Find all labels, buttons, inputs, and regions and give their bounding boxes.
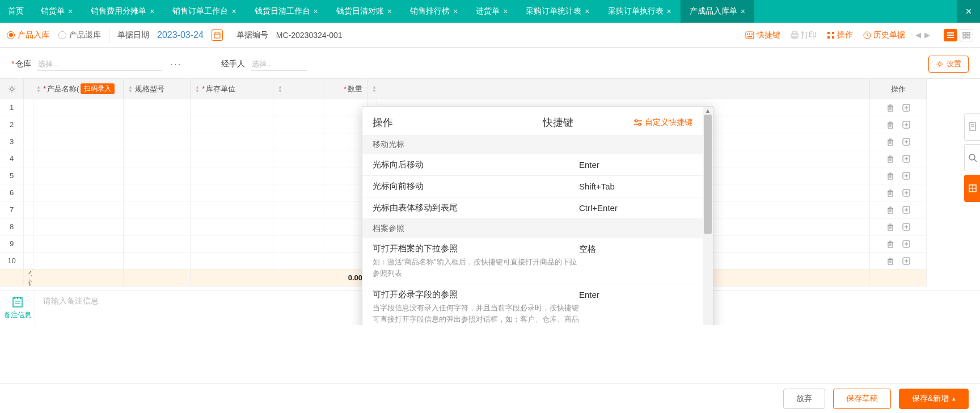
popup-shortcut-row: 光标由表体移动到表尾Ctrl+Enter <box>362 197 703 219</box>
add-row-icon[interactable] <box>902 206 910 214</box>
float-tab-3[interactable] <box>964 175 980 202</box>
handler-label: 经手人 <box>221 59 245 69</box>
col-qty[interactable]: *数量 <box>323 79 368 99</box>
radio-product-in[interactable]: 产品入库 <box>7 30 49 40</box>
row-actions <box>870 99 927 116</box>
tab-2[interactable]: 销售订单工作台× <box>163 0 245 23</box>
row-actions <box>870 150 927 167</box>
close-icon[interactable]: × <box>314 7 318 16</box>
history-icon <box>863 31 871 39</box>
close-icon[interactable]: × <box>231 7 236 16</box>
record-nav: ◀ ▶ <box>915 31 930 39</box>
tab-9[interactable]: 产成品入库单× <box>681 0 754 23</box>
tabbar-close-all[interactable]: × <box>957 0 980 23</box>
shortcut-button[interactable]: 快捷键 <box>745 30 780 40</box>
row-actions <box>870 201 927 218</box>
popup-op-header: 操作 <box>373 116 543 129</box>
tab-8[interactable]: 采购订单执行表× <box>599 0 681 23</box>
add-row-icon[interactable] <box>902 257 910 265</box>
trash-icon[interactable] <box>886 189 894 197</box>
tab-0[interactable]: 销货单× <box>32 0 82 23</box>
popup-shortcut-row: 光标向后移动Enter <box>362 154 703 176</box>
add-row-icon[interactable] <box>902 138 910 146</box>
tab-3[interactable]: 钱货日清工作台× <box>246 0 327 23</box>
svg-point-25 <box>10 87 13 90</box>
add-row-icon[interactable] <box>902 121 910 129</box>
col-product-name[interactable]: ▲▼*产品名称(扫码录入 <box>32 79 124 99</box>
add-row-icon[interactable] <box>902 104 910 112</box>
svg-rect-98 <box>888 259 893 264</box>
view-grid-button[interactable] <box>960 29 973 41</box>
close-icon[interactable]: × <box>150 7 154 16</box>
calendar-icon[interactable] <box>212 30 223 41</box>
row-number: 4 <box>0 150 24 167</box>
close-icon[interactable]: × <box>453 7 458 16</box>
customize-shortcut-button[interactable]: 自定义快捷键 <box>633 117 692 128</box>
tab-home[interactable]: 首页 <box>0 0 32 23</box>
tab-4[interactable]: 钱货日清对账× <box>327 0 401 23</box>
print-button[interactable]: 打印 <box>791 30 817 40</box>
radio-product-out[interactable]: 产品退库 <box>58 30 101 40</box>
bill-date-value[interactable]: 2023-03-24 <box>157 30 204 40</box>
popup-key-label: Enter <box>579 159 692 170</box>
close-icon[interactable]: × <box>503 7 508 16</box>
col-spec[interactable]: ▲▼规格型号 <box>124 79 191 99</box>
svg-rect-50 <box>888 157 893 162</box>
close-icon[interactable]: × <box>585 7 589 16</box>
close-icon[interactable]: × <box>68 7 73 16</box>
tab-1[interactable]: 销售费用分摊单× <box>82 0 163 23</box>
row-actions <box>870 235 927 252</box>
svg-rect-4 <box>746 32 754 39</box>
svg-point-109 <box>639 123 641 125</box>
add-row-icon[interactable] <box>902 240 910 248</box>
column-config-button[interactable] <box>0 79 24 99</box>
trash-icon[interactable] <box>886 257 894 265</box>
prev-record-icon[interactable]: ◀ <box>915 31 921 39</box>
shortcut-popup: 操作 快捷键 自定义快捷键 移动光标光标向后移动Enter光标向前移动Shift… <box>362 106 713 325</box>
next-record-icon[interactable]: ▶ <box>924 31 930 39</box>
settings-button[interactable]: 设置 <box>928 56 969 73</box>
svg-point-24 <box>939 63 941 66</box>
trash-icon[interactable] <box>886 104 894 112</box>
add-row-icon[interactable] <box>902 155 910 163</box>
warehouse-more-icon[interactable]: ··· <box>170 58 181 70</box>
row-actions <box>870 133 927 150</box>
col-blank1[interactable]: ▲▼ <box>273 79 323 99</box>
float-tab-2[interactable] <box>964 144 980 171</box>
history-button[interactable]: 历史单据 <box>863 30 905 40</box>
popup-shortcut-row: 可打开必录字段的参照当字段信息没有录入任何字符，并且当前字段必录时，按快捷键可直… <box>362 284 703 325</box>
popup-scrollbar[interactable]: ▲ ▼ <box>703 107 713 325</box>
add-row-icon[interactable] <box>902 189 910 197</box>
close-icon[interactable]: × <box>741 7 745 16</box>
trash-icon[interactable] <box>886 240 894 248</box>
popup-op-label: 光标由表体移动到表尾 <box>373 203 579 213</box>
warehouse-input[interactable] <box>37 57 162 71</box>
trash-icon[interactable] <box>886 121 894 129</box>
trash-icon[interactable] <box>886 206 894 214</box>
view-list-button[interactable] <box>944 29 957 41</box>
tab-7[interactable]: 采购订单统计表× <box>517 0 598 23</box>
trash-icon[interactable] <box>886 155 894 163</box>
bill-date-label: 单据日期 <box>117 30 149 40</box>
col-blank2[interactable]: ▲▼ <box>368 79 377 99</box>
popup-scroll-thumb[interactable] <box>704 115 712 234</box>
scan-input-tag[interactable]: 扫码录入 <box>81 83 115 94</box>
scroll-up-icon[interactable]: ▲ <box>703 107 713 114</box>
add-row-icon[interactable] <box>902 223 910 231</box>
trash-icon[interactable] <box>886 223 894 231</box>
add-row-icon[interactable] <box>902 172 910 180</box>
tab-6[interactable]: 进货单× <box>467 0 517 23</box>
handler-input[interactable] <box>251 57 307 71</box>
close-icon[interactable]: × <box>667 7 671 16</box>
float-tab-1[interactable] <box>964 113 980 141</box>
operate-button[interactable]: 操作 <box>827 30 853 40</box>
row-actions <box>870 167 927 184</box>
trash-icon[interactable] <box>886 138 894 146</box>
popup-op-label: 光标向后移动 <box>373 159 579 170</box>
tab-5[interactable]: 销售排行榜× <box>401 0 467 23</box>
svg-rect-6 <box>749 33 750 35</box>
svg-rect-13 <box>832 32 834 34</box>
close-icon[interactable]: × <box>387 7 392 16</box>
col-unit[interactable]: ▲▼*库存单位 <box>191 79 273 99</box>
trash-icon[interactable] <box>886 172 894 180</box>
